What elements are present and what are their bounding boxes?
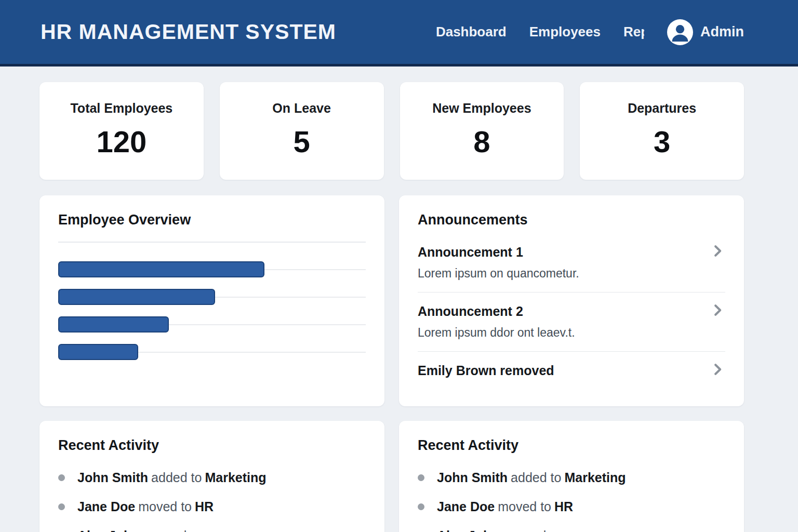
chart-top-divider <box>58 242 366 243</box>
activity-target: Marketing <box>564 470 626 485</box>
activity-item: Alex Johnsonon leave <box>58 527 366 532</box>
nav-item-dashboard[interactable]: Dashboard <box>436 24 507 40</box>
main-nav: Dashboard Employees Rep Admin <box>436 19 744 45</box>
activity-target: Marketing <box>205 470 266 485</box>
stat-card-departures: Departures 3 <box>580 82 744 180</box>
recent-activity-panel-right: Recent Activity John Smithadded toMarket… <box>399 421 744 532</box>
chart-bar <box>58 261 264 277</box>
panel-title: Announcements <box>418 212 725 228</box>
chart-bar-row <box>58 289 366 305</box>
stat-value: 8 <box>408 124 556 159</box>
announcement-item-1[interactable]: Announcement 1 Lorem ipsum on quancometu… <box>418 233 725 292</box>
activity-name: Alex Johnson <box>77 528 163 532</box>
announcement-item-2[interactable]: Announcement 2 Lorem ipsum ddor ont leae… <box>418 292 725 352</box>
announcements-panel: Announcements Announcement 1 Lorem ipsum… <box>399 195 744 406</box>
bullet-dot-icon <box>418 503 424 510</box>
panel-title: Recent Activity <box>58 437 366 454</box>
stat-value: 120 <box>48 124 195 159</box>
panel-title: Employee Overview <box>58 212 366 228</box>
app-title: HR MANAGEMENT SYSTEM <box>41 20 336 44</box>
chart-bar <box>58 289 215 305</box>
stat-card-on-leave: On Leave 5 <box>220 82 384 180</box>
user-name: Admin <box>700 24 744 40</box>
activity-list: John Smithadded toMarketing Jane Doemove… <box>418 469 725 532</box>
stats-row: Total Employees 120 On Leave 5 New Emplo… <box>39 82 744 180</box>
activity-action: added to <box>511 470 561 485</box>
bullet-dot-icon <box>58 474 65 481</box>
stat-card-new-employees: New Employees 8 <box>400 82 564 180</box>
chevron-right-icon <box>714 303 722 319</box>
announcement-title: Announcement 1 <box>418 245 523 260</box>
app-header: HR MANAGEMENT SYSTEM Dashboard Employees… <box>0 0 798 66</box>
activity-target: HR <box>554 499 573 514</box>
bullet-dot-icon <box>418 474 424 481</box>
announcement-subtitle: Lorem ipsum ddor ont leaev.t. <box>418 326 725 340</box>
activity-name: John Smith <box>77 470 148 485</box>
activity-name: Jane Doe <box>77 499 135 514</box>
activity-action: added to <box>151 470 202 485</box>
stat-label: Departures <box>588 101 736 116</box>
stat-label: New Employees <box>408 101 556 116</box>
stat-card-total-employees: Total Employees 120 <box>39 82 204 180</box>
activity-action: on leave <box>525 528 575 532</box>
activity-item: John Smithadded toMarketing <box>418 469 725 486</box>
chevron-right-icon <box>714 244 722 260</box>
announcements-list: Announcement 1 Lorem ipsum on quancometu… <box>418 233 725 390</box>
panels-grid: Employee Overview <box>39 195 744 532</box>
recent-activity-panel-left: Recent Activity John Smithadded toMarket… <box>39 421 384 532</box>
activity-item: Jane Doemoved toHR <box>58 498 366 515</box>
activity-name: John Smith <box>437 470 508 485</box>
stat-value: 5 <box>228 124 376 159</box>
activity-item: Jane Doemoved toHR <box>418 498 725 515</box>
chart-bar-row <box>58 261 366 277</box>
stat-label: On Leave <box>228 101 376 116</box>
announcement-title: Emily Brown removed <box>418 363 554 378</box>
nav-item-reports[interactable]: Rep <box>623 24 644 40</box>
announcement-subtitle: Lorem ipsum on quancometur. <box>418 267 725 281</box>
stat-label: Total Employees <box>48 101 195 116</box>
activity-action: on leave <box>166 528 215 532</box>
announcement-title: Announcement 2 <box>418 304 523 319</box>
panel-title: Recent Activity <box>418 437 725 454</box>
employee-overview-chart <box>58 261 366 360</box>
activity-action: moved to <box>138 499 192 514</box>
user-menu[interactable]: Admin <box>667 19 744 45</box>
activity-action: moved to <box>498 499 551 514</box>
activity-target: HR <box>195 499 214 514</box>
nav-item-employees[interactable]: Employees <box>529 24 601 40</box>
stat-value: 3 <box>588 124 736 159</box>
dashboard-main: Total Employees 120 On Leave 5 New Emplo… <box>0 66 798 532</box>
chart-bar-row <box>58 316 366 332</box>
bullet-dot-icon <box>58 503 65 510</box>
activity-item: John Smithadded toMarketing <box>58 469 366 486</box>
activity-item: Alex Johnsonon leave <box>418 527 725 532</box>
activity-name: Jane Doe <box>437 499 495 514</box>
activity-name: Alex Johnson <box>437 528 522 532</box>
chart-bar <box>58 344 138 360</box>
user-avatar-icon <box>667 19 693 45</box>
activity-list: John Smithadded toMarketing Jane Doemove… <box>58 469 366 532</box>
chevron-right-icon <box>714 363 722 378</box>
employee-overview-panel: Employee Overview <box>39 195 384 406</box>
chart-bar-row <box>58 344 366 360</box>
chart-bar <box>58 316 169 332</box>
announcement-item-3[interactable]: Emily Brown removed <box>418 352 725 390</box>
